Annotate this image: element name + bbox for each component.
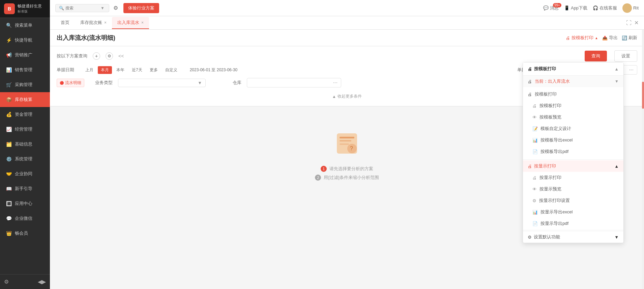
tab-in-out-flow-close[interactable]: ×	[141, 20, 144, 25]
sidebar-item-base[interactable]: 🗂️ 基础信息	[0, 137, 50, 152]
sidebar-item-wechat[interactable]: 💬 企业微信	[0, 211, 50, 226]
sidebar-item-inventory[interactable]: 📦 库存核算	[0, 92, 50, 107]
custom-icon: 📝	[532, 126, 538, 131]
refresh-button[interactable]: 🔄 刷新	[622, 35, 637, 41]
topbar-gear-icon[interactable]: ⚙	[113, 5, 118, 11]
empty-step-2: 2 用[过滤]条件来缩小分析范围	[315, 175, 379, 181]
filter-add-button[interactable]: +	[93, 52, 100, 60]
date-btn-custom[interactable]: 自定义	[162, 66, 180, 74]
settings-button[interactable]: 设置	[614, 50, 637, 62]
sidebar-item-search[interactable]: 🔍 搜索菜单	[0, 18, 50, 33]
voucher-type-more-icon[interactable]: ···	[629, 67, 634, 73]
tab-home[interactable]: 首页	[55, 17, 75, 29]
topbar-search-input[interactable]	[65, 6, 99, 10]
sidebar-item-label: 系统管理	[15, 156, 32, 162]
date-btn-this-year[interactable]: 本年	[113, 66, 127, 74]
biz-type-select[interactable]: ▼	[118, 79, 206, 87]
sidebar-item-marketing[interactable]: 📢 营销推广	[0, 48, 50, 62]
tab-expand-icon[interactable]: ⛶	[626, 20, 633, 26]
display-pdf-icon: 📄	[532, 221, 538, 226]
sidebar-nav: 🔍 搜索菜单 ⚡ 快捷导航 📢 营销推广 📊 销售管理 🛒 采购管理 📦 库存核…	[0, 18, 50, 274]
dropdown-template-print[interactable]: 🖨 按模板打印	[523, 100, 623, 111]
dropdown-display-print[interactable]: 🖨 按显示打印	[523, 172, 623, 183]
topbar-dropdown-icon[interactable]: ▼	[100, 6, 105, 10]
dropdown-template-preview[interactable]: 👁 按模板预览	[523, 111, 623, 123]
dropdown-display-export-excel[interactable]: 📊 按显示导出excel	[523, 206, 623, 218]
marketing-icon: 📢	[5, 52, 12, 58]
user-avatar-area[interactable]: Rit	[622, 3, 639, 13]
dropdown-template-custom[interactable]: 📝 模板自定义设计	[523, 123, 623, 134]
display-section-collapse-icon: ▲	[614, 164, 619, 169]
warehouse-label: 仓库	[233, 80, 241, 86]
app-download-button[interactable]: 📱 App下载	[564, 5, 587, 11]
dropdown-template-export-pdf[interactable]: 📄 按模板导出pdf	[523, 146, 623, 157]
sidebar-item-operations[interactable]: 📈 经营管理	[0, 122, 50, 137]
sidebar-item-corp[interactable]: 🤝 企业协同	[0, 166, 50, 181]
inventory-icon: 📦	[5, 96, 12, 103]
collapse-icon[interactable]: ◀▶	[38, 279, 46, 285]
filter-tag-flow: 🔴 流水明细	[57, 79, 84, 87]
search-icon: 🔍	[5, 22, 12, 29]
tab-close-all-icon[interactable]: ✕	[634, 20, 639, 26]
dropdown-display-export-pdf-label: 按显示导出pdf	[540, 220, 568, 227]
display-section-icon: 🖨	[528, 164, 532, 169]
lightning-icon: ⚡	[5, 37, 12, 44]
dropdown-display-print-settings[interactable]: ⚙ 按显示打印设置	[523, 195, 623, 206]
sidebar-item-appcenter[interactable]: 🔳 应用中心	[0, 196, 50, 211]
sidebar-item-label: 搜索菜单	[15, 22, 32, 28]
display-section-label: 按显示打印	[534, 163, 556, 169]
export-button[interactable]: 📤 导出	[602, 35, 618, 41]
message-badge: 99+	[553, 3, 561, 7]
right-scrollbar[interactable]	[642, 30, 644, 289]
sidebar-item-guide[interactable]: 📖 新手引导	[0, 181, 50, 196]
date-btn-more[interactable]: 更多	[147, 66, 161, 74]
print-template-button[interactable]: 🖨 按模板打印 ▲	[566, 35, 598, 41]
settings-bottom-icon[interactable]: ⚙	[4, 279, 9, 285]
logo-area: B 畅捷通好生意 标准版	[0, 0, 50, 18]
logo-icon: B	[4, 3, 15, 14]
warehouse-select[interactable]: ···	[247, 78, 341, 87]
trial-button[interactable]: 体验行业方案	[123, 3, 159, 13]
dropdown-display-print-label: 按显示打印	[539, 175, 561, 181]
dropdown-template-export-excel[interactable]: 📊 按模板导出excel	[523, 134, 623, 146]
print-icon: 🖨	[566, 35, 570, 41]
page-actions: 🖨 按模板打印 ▲ 📤 导出 🔄 刷新	[566, 35, 637, 41]
tab-in-out-flow[interactable]: 出入库流水 ×	[112, 17, 149, 29]
sidebar-item-member[interactable]: 👑 畅会员	[0, 226, 50, 241]
sidebar-item-system[interactable]: ⚙️ 系统管理	[0, 152, 50, 166]
tag-label: 流水明细	[65, 80, 81, 86]
date-label: 单据日期	[57, 67, 77, 73]
online-service-button[interactable]: 🎧 在线客服	[593, 5, 617, 11]
online-service-label: 在线客服	[599, 5, 617, 11]
filter-settings-button[interactable]: ⚙	[106, 52, 113, 60]
sidebar-item-label: 销售管理	[15, 67, 32, 73]
date-btn-last-month[interactable]: 上月	[82, 66, 96, 74]
filter-collapse-icon[interactable]: <<	[118, 53, 124, 59]
logo-sub: 标准版	[18, 9, 42, 14]
dropdown-template-print-item[interactable]: 🖨 按模板打印	[523, 88, 623, 100]
sidebar-item-finance[interactable]: 💰 资金管理	[0, 107, 50, 122]
tab-batch-account-close[interactable]: ×	[104, 20, 107, 25]
dropdown-panel: 🖨 按模板打印 ▲ 🖨 当前：出入库流水 ▼ 🖨 按模板打印 🖨 按	[523, 62, 624, 243]
topbar-search-box[interactable]: 🔍 ▼	[55, 4, 109, 12]
dropdown-display-export-excel-label: 按显示导出excel	[540, 209, 573, 215]
refresh-icon: 🔄	[622, 35, 627, 41]
dropdown-footer[interactable]: ⚙ 设置默认功能 ▼	[523, 231, 623, 243]
biz-type-dropdown-icon[interactable]: ▼	[198, 80, 202, 85]
export-icon: 📤	[602, 35, 608, 41]
warehouse-more-icon[interactable]: ···	[333, 80, 338, 86]
dropdown-section-display-header[interactable]: 🖨 按显示打印 ▲	[523, 160, 623, 172]
sidebar-item-purchase[interactable]: 🛒 采购管理	[0, 77, 50, 92]
date-btn-last-7days[interactable]: 近7天	[129, 66, 145, 74]
message-button[interactable]: 💬 消息 99+	[543, 5, 559, 11]
topbar-right-actions: 💬 消息 99+ 📱 App下载 🎧 在线客服 Rit	[543, 3, 639, 13]
sidebar-item-sales[interactable]: 📊 销售管理	[0, 62, 50, 77]
dropdown-display-export-pdf[interactable]: 📄 按显示导出pdf	[523, 218, 623, 229]
dropdown-display-preview[interactable]: 👁 按显示预览	[523, 183, 623, 195]
sidebar-item-quick-nav[interactable]: ⚡ 快捷导航	[0, 33, 50, 48]
query-button[interactable]: 查询	[585, 51, 607, 61]
dropdown-current-item[interactable]: 🖨 当前：出入库流水 ▼	[523, 76, 623, 87]
dropdown-collapse-icon[interactable]: ▲	[614, 67, 619, 72]
date-btn-this-month[interactable]: 本月	[98, 66, 112, 74]
tab-batch-account[interactable]: 库存批次账 ×	[75, 17, 112, 29]
